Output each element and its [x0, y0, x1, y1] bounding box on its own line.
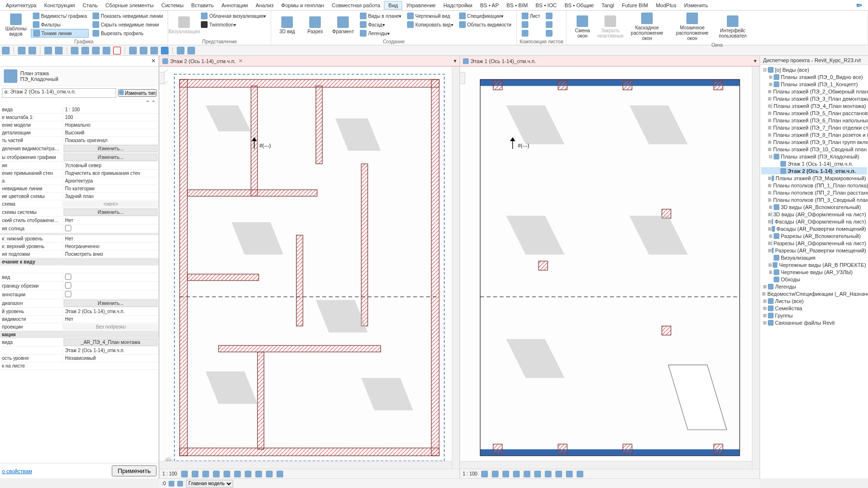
expander-icon[interactable]: ⊟	[768, 154, 774, 159]
tree-item[interactable]: ⊞3D виды (AR_Оформленный на лист)	[761, 211, 867, 218]
close-inactive-button[interactable]: Закрыть неактивные	[597, 12, 623, 42]
menu-item[interactable]: Future BIM	[618, 1, 652, 9]
3d-view-button[interactable]: 3D вид	[274, 12, 300, 39]
mosaic-button[interactable]: Мозаичное расположение окон	[671, 12, 714, 42]
guide-grid-button[interactable]	[544, 12, 556, 20]
tree-item[interactable]: ⊞Планы потолков (ПП_1_План потолка)	[761, 182, 867, 189]
close-tab-icon[interactable]: ✕	[238, 58, 243, 64]
expander-icon[interactable]: ⊞	[768, 198, 772, 202]
extra2-icon[interactable]	[187, 47, 195, 54]
property-row[interactable]: вида_AR_ПЭ_4_План монтажа	[0, 338, 158, 347]
property-row[interactable]: ость уровняНезависимый	[0, 355, 158, 362]
menu-item[interactable]: Вид	[384, 1, 402, 10]
menu-item[interactable]: BS • IOC	[532, 1, 561, 9]
visual-style-icon[interactable]	[192, 471, 198, 477]
tree-item[interactable]: ⊞Чертежные виды (AR_УЗЛЫ)	[761, 268, 867, 276]
drawing-view-button[interactable]: Чертежный вид	[405, 12, 455, 20]
expander-icon[interactable]: ⊞	[768, 212, 772, 217]
menu-item[interactable]: Сборные элементы	[102, 1, 158, 9]
menu-item[interactable]: Архитектура	[2, 1, 40, 9]
expander-icon[interactable]: ⊞	[768, 190, 772, 195]
tree-item[interactable]: ⊞Фасады (AR_Развертки помещений)	[761, 225, 867, 232]
property-row[interactable]: невидимые линииПо категории	[0, 185, 158, 193]
property-row[interactable]: вид	[0, 273, 158, 282]
hide-isolate-icon[interactable]	[545, 471, 552, 477]
tree-item[interactable]: ⊞Планы этажей (ПЭ_6_План напольных по	[761, 117, 867, 124]
shadows-icon[interactable]	[213, 471, 220, 477]
sheet-button[interactable]: Лист	[520, 12, 542, 20]
hide-isolate-icon[interactable]	[245, 471, 251, 477]
facade-button[interactable]: Фасад ▾	[358, 20, 403, 29]
view-cube[interactable]	[460, 69, 750, 469]
property-row[interactable]: к на листе	[0, 362, 158, 370]
property-category[interactable]: ечание к виду	[0, 258, 158, 265]
property-row[interactable]: Этаж 2 (Ось 1-14)_отм.ч.п.	[0, 347, 158, 355]
menu-item[interactable]: Формы и генплан	[277, 1, 328, 9]
property-row[interactable]: границу обрезки	[0, 282, 158, 290]
crop-region-icon[interactable]	[234, 471, 241, 477]
expander-icon[interactable]: ⊞	[768, 176, 772, 181]
tree-item[interactable]: Визуализация	[761, 254, 867, 261]
interface-button[interactable]: Интерфейс пользовател	[716, 12, 750, 42]
view-tab-right[interactable]: Этаж 1 (Ось 1-14)_отм.ч.п. ▾	[460, 56, 760, 66]
tree-item[interactable]: ⊞Планы этажей (ПЭ_2_Обмерный план)	[761, 88, 867, 95]
print-icon[interactable]	[44, 47, 52, 54]
tree-item[interactable]: ⊞Планы этажей (ПЭ_3_План демонтажа)	[761, 95, 867, 102]
property-row[interactable]: к: нижний уровеньНет	[0, 235, 158, 243]
callout-button[interactable]: Фрагмент	[330, 12, 356, 39]
property-row[interactable]: деления видимости/граф...Изменить...	[0, 145, 158, 153]
menu-item[interactable]: Надстройки	[439, 1, 476, 9]
collapse-icon[interactable]: ⌃ ⌃	[145, 100, 156, 106]
door-icon[interactable]	[28, 47, 36, 54]
expander-icon[interactable]: ⊞	[768, 132, 772, 137]
tree-item[interactable]: ⊞Планы этажей (ПЭ_4_План монтажа)	[761, 102, 867, 109]
measure-icon[interactable]	[81, 47, 89, 54]
property-row[interactable]: к: верхний уровеньНеограниченно	[0, 243, 158, 251]
tree-item[interactable]: Обходы	[761, 276, 867, 283]
title-block-button[interactable]	[520, 29, 542, 38]
wall-icon[interactable]	[18, 47, 26, 54]
property-row[interactable]: видимостиНет	[0, 316, 158, 323]
worksharing-icon[interactable]	[266, 471, 273, 477]
property-row[interactable]: ия подложкиПосмотреть вниз	[0, 251, 158, 258]
show-hidden-lines-button[interactable]: Показать невидимые линии	[91, 12, 165, 20]
expander-icon[interactable]: ⊞	[768, 226, 772, 231]
tree-item[interactable]: ⊞Планы этажей (ПЭ_5_План расстановки п	[761, 109, 867, 117]
property-category[interactable]: кация	[0, 331, 158, 338]
view-templates-button[interactable]: Шаблоны видов	[3, 12, 29, 39]
tree-item[interactable]: ⊞Разрезы (AR_Развертки помещений)	[761, 247, 867, 254]
twinmotion-button[interactable]: Twinmotion ▾	[199, 20, 268, 29]
crop-region-icon[interactable]	[534, 471, 541, 477]
visibility-graphics-button[interactable]: Видимость/ графика	[31, 12, 89, 20]
reveal-hidden-icon[interactable]	[555, 471, 562, 477]
expander-icon[interactable]: ⊞	[762, 320, 768, 325]
constraints-icon[interactable]	[577, 471, 583, 477]
tree-item[interactable]: ⊞Планы этажей (ПЭ_0_Видно все)	[761, 73, 867, 80]
worksharing-icon[interactable]	[566, 471, 573, 477]
scale-selector[interactable]: 1 : 100	[162, 471, 177, 476]
property-row[interactable]: проекцииБез подрезки	[0, 323, 158, 331]
menu-item[interactable]: Аннотации	[218, 1, 252, 9]
property-row[interactable]: ияУсловный север	[0, 162, 158, 170]
selection-icon[interactable]	[161, 47, 169, 54]
project-browser-tree[interactable]: ⊟[о] Виды (все)⊞Планы этажей (ПЭ_0_Видно…	[760, 65, 868, 478]
visual-style-icon[interactable]	[492, 471, 499, 477]
expander-icon[interactable]: ⊞	[768, 75, 774, 79]
tree-item[interactable]: ⊞Планы этажей (ПЭ_1_Концепт)	[761, 80, 867, 88]
tree-item[interactable]: ⊟Планы этажей (ПЭ_Кладочный)	[761, 153, 867, 160]
tree-item[interactable]: ⊞Связанные файлы Revit	[761, 319, 867, 326]
tree-item[interactable]: ⊞Листы (все)	[761, 297, 867, 304]
tree-item[interactable]: ⊞Разрезы (AR_Оформленный на лист)	[761, 239, 867, 247]
view-cube[interactable]	[159, 69, 450, 469]
reveal-hidden-icon[interactable]	[255, 471, 262, 477]
property-row[interactable]: е масштаба 1:100	[0, 114, 158, 121]
close-icon[interactable]: ✕	[151, 58, 156, 64]
view-tab-left[interactable]: Этаж 2 (Ось 1-14)_отм.ч.п. ✕ ▾	[159, 56, 460, 66]
menu-item[interactable]: BS • Общие	[561, 1, 598, 9]
main-model-selector[interactable]: Главная модель	[186, 480, 233, 488]
extra1-icon[interactable]	[177, 47, 184, 54]
tree-item[interactable]: ⊞Фасады (AR_Оформленный на лист)	[761, 218, 867, 225]
tree-item[interactable]: Этаж 1 (Ось 1-14)_отм.ч.п.	[761, 160, 867, 167]
expander-icon[interactable]: ⊞	[762, 299, 768, 303]
apply-button[interactable]: Применить	[112, 465, 157, 476]
